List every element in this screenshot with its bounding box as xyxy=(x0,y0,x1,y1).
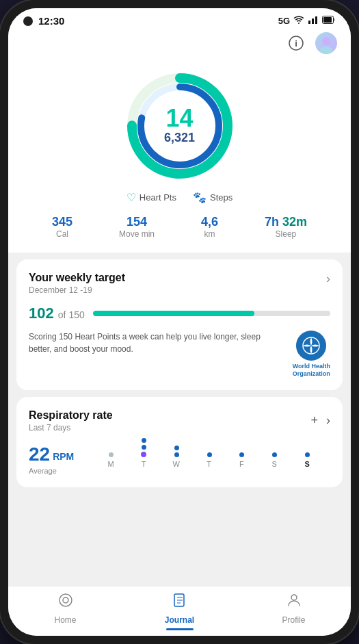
dot-F xyxy=(239,452,244,457)
heart-pts-label: Heart Pts xyxy=(139,192,176,203)
nav-home[interactable]: Home xyxy=(38,592,93,625)
progress-bar-bg xyxy=(93,311,330,316)
target-description: Scoring 150 Heart Points a week can help… xyxy=(29,331,284,355)
bottom-spacer xyxy=(8,494,351,501)
svg-point-8 xyxy=(319,47,333,54)
bottom-nav: Home Journal xyxy=(8,586,351,636)
heart-pts-legend: ♡ Heart Pts xyxy=(127,191,176,204)
stat-calories: 345 Cal xyxy=(52,215,72,239)
respiratory-card[interactable]: Respiratory rate Last 7 days + › 22 RPM xyxy=(16,397,343,487)
km-value: 4,6 xyxy=(201,215,218,229)
info-button[interactable]: i xyxy=(285,32,307,54)
dot-T1 xyxy=(142,438,146,443)
dot-W xyxy=(174,446,179,450)
who-circle-icon xyxy=(296,331,326,361)
heart-icon: ♡ xyxy=(127,191,136,204)
dot-col-T1 xyxy=(141,438,146,457)
status-icons: 5G xyxy=(278,15,336,27)
dot-S2 xyxy=(305,452,310,457)
weekly-target-title-group: Your weekly target December 12 -19 xyxy=(29,272,125,295)
progress-bar-fill xyxy=(93,311,254,316)
dot-col-M xyxy=(109,452,114,457)
day-T2: T xyxy=(202,460,216,468)
move-value: 154 xyxy=(119,215,155,229)
svg-point-20 xyxy=(291,595,297,600)
nav-profile[interactable]: Profile xyxy=(267,592,321,625)
dot-T2 xyxy=(207,452,212,457)
app-header: i xyxy=(8,29,351,61)
weekly-target-card[interactable]: Your weekly target December 12 -19 › 102… xyxy=(16,259,343,390)
steps-icon: 🐾 xyxy=(193,191,207,204)
ring-chart: 14 6,321 xyxy=(122,68,238,184)
svg-point-7 xyxy=(322,37,330,45)
respiratory-controls[interactable]: + › xyxy=(310,413,330,428)
steps-value: 6,321 xyxy=(164,131,195,146)
stat-move: 154 Move min xyxy=(119,215,155,239)
signal-icon xyxy=(308,15,319,27)
dot-col-S1 xyxy=(272,452,277,457)
avatar[interactable] xyxy=(315,32,337,54)
add-respiratory-button[interactable]: + xyxy=(310,413,318,428)
target-bottom: Scoring 150 Heart Points a week can help… xyxy=(29,331,330,378)
battery-icon xyxy=(322,16,336,26)
target-current: 102 of 150 xyxy=(29,305,85,322)
respiratory-subtitle: Last 7 days xyxy=(29,423,113,433)
phone-shell: 12:30 5G xyxy=(0,0,359,644)
dot-col-T2 xyxy=(207,452,212,457)
dot-col-F xyxy=(239,452,244,457)
status-bar: 12:30 5G xyxy=(8,8,351,29)
respiratory-title-group: Respiratory rate Last 7 days xyxy=(29,409,113,433)
profile-label: Profile xyxy=(282,615,305,625)
weekly-target-header[interactable]: Your weekly target December 12 -19 › xyxy=(29,272,330,295)
day-S2: S xyxy=(300,460,314,468)
svg-rect-0 xyxy=(308,21,310,24)
home-label: Home xyxy=(54,615,76,625)
svg-point-15 xyxy=(63,597,68,603)
dot-S1 xyxy=(272,452,277,457)
steps-legend: 🐾 Steps xyxy=(193,191,232,204)
svg-text:i: i xyxy=(295,38,297,49)
camera-dot xyxy=(23,16,33,26)
target-progress-row: 102 of 150 xyxy=(29,305,330,322)
svg-rect-4 xyxy=(323,17,332,23)
respiratory-value-row: 22 RPM xyxy=(29,443,74,465)
heart-pts-value: 14 xyxy=(164,106,195,131)
steps-label: Steps xyxy=(210,192,232,203)
profile-icon xyxy=(286,592,302,613)
weekly-target-chevron[interactable]: › xyxy=(326,272,330,286)
stat-km: 4,6 km xyxy=(201,215,218,239)
ring-section: 14 6,321 ♡ Heart Pts 🐾 Steps xyxy=(8,61,351,253)
respiratory-title: Respiratory rate xyxy=(29,409,113,422)
day-S1: S xyxy=(267,460,281,468)
journal-label: Journal xyxy=(165,615,194,625)
ring-center: 14 6,321 xyxy=(164,106,195,146)
respiratory-chevron[interactable]: › xyxy=(326,413,330,428)
phone-screen: 12:30 5G xyxy=(8,8,351,636)
sleep-label: Sleep xyxy=(265,229,307,239)
dot-T1-2 xyxy=(142,445,146,450)
journal-icon xyxy=(172,592,188,613)
wifi-icon xyxy=(293,15,304,27)
weekly-target-title: Your weekly target xyxy=(29,272,125,284)
who-label: World HealthOrganization xyxy=(293,363,330,378)
dot-W-2 xyxy=(174,452,179,457)
respiratory-header: Respiratory rate Last 7 days + › xyxy=(29,409,330,433)
who-logo: World HealthOrganization xyxy=(293,331,330,378)
dot-chart-dots xyxy=(88,438,330,457)
nav-journal[interactable]: Journal xyxy=(152,592,207,625)
day-M: M xyxy=(104,460,118,468)
sleep-value: 7h 32m xyxy=(265,215,307,229)
svg-rect-2 xyxy=(315,16,317,24)
calories-label: Cal xyxy=(52,229,72,239)
km-label: km xyxy=(201,229,218,239)
stats-row: 345 Cal 154 Move min 4,6 km 7h 32m Sleep xyxy=(22,215,337,239)
dot-col-S2 xyxy=(305,452,310,457)
respiratory-label: Average xyxy=(29,467,74,475)
network-label: 5G xyxy=(278,16,290,26)
day-T1: T xyxy=(137,460,150,468)
scroll-content[interactable]: 14 6,321 ♡ Heart Pts 🐾 Steps xyxy=(8,61,351,586)
dot-M xyxy=(109,452,114,457)
weekly-target-date: December 12 -19 xyxy=(29,285,125,295)
home-icon xyxy=(57,592,74,613)
respiratory-unit: RPM xyxy=(53,451,74,462)
